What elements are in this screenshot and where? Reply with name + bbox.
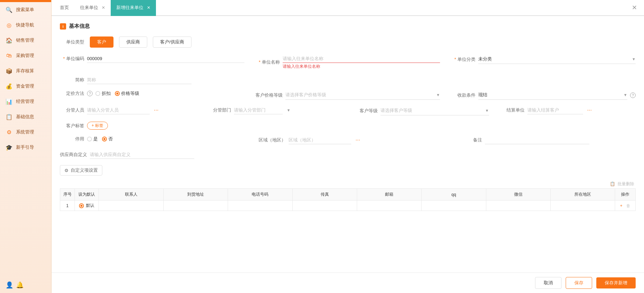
bell-icon[interactable]: 🔔	[16, 281, 24, 289]
sidebar-item-label: 快捷导航	[16, 22, 34, 28]
unit-type-row: 单位类型 客户 供应商 客户/供应商	[60, 36, 636, 48]
tab-partners[interactable]: 往来单位 ✕	[74, 0, 111, 16]
tab-partners-label: 往来单位	[80, 5, 98, 11]
collection-label: 收款条件	[451, 92, 476, 98]
field-manager: 分管人员 ···	[60, 106, 196, 114]
custom-settings-btn[interactable]: ⚙ 自定义项设置	[60, 165, 102, 176]
settlement-more-btn[interactable]: ···	[586, 107, 593, 113]
unit-type-supplier-btn[interactable]: 供应商	[119, 36, 147, 48]
sidebar-item-sales[interactable]: 🏠 销售管理	[0, 33, 51, 48]
customer-price-placeholder: 请选择客户价格等级	[285, 92, 326, 98]
discount-radio-label: 折扣	[102, 90, 111, 97]
pricing-radio-level[interactable]: 价格等级	[115, 90, 139, 97]
collection-help-icon[interactable]: ?	[630, 92, 636, 98]
main-content: 首页 往来单位 ✕ 新增往来单位 ✕ ✕ i 基本信息 单位类型 客户 供应商 …	[52, 0, 644, 293]
cell-phone[interactable]	[228, 201, 292, 211]
operations-icon: 📊	[6, 98, 13, 105]
user-icon[interactable]: 👤	[6, 281, 13, 289]
sidebar-item-search[interactable]: 🔍 搜索菜单	[0, 2, 51, 17]
quicknav-icon: ◎	[6, 22, 13, 29]
remark-input[interactable]	[485, 136, 589, 144]
sidebar-item-purchase[interactable]: 🛍 采购管理	[0, 48, 51, 63]
tab-home[interactable]: 首页	[54, 0, 74, 16]
batch-delete-label[interactable]: 批量删除	[618, 181, 634, 186]
disabled-radio-yes[interactable]: 是	[87, 136, 98, 142]
section-title: 基本信息	[69, 23, 90, 30]
cell-wechat[interactable]	[486, 201, 550, 211]
disabled-radio-no[interactable]: 否	[102, 136, 113, 142]
collection-select[interactable]: 现结 ▼	[478, 90, 627, 100]
unit-code-input[interactable]	[87, 55, 244, 63]
cancel-button[interactable]: 取消	[535, 277, 561, 289]
manager-label: 分管人员	[60, 107, 84, 113]
sidebar-item-finance[interactable]: 💰 资金管理	[0, 79, 51, 94]
field-customer-level: 客户等级 请选择客户等级 ▼	[353, 106, 489, 115]
unit-category-select[interactable]: 未分类 ▼	[478, 55, 636, 64]
window-close-icon[interactable]: ✕	[628, 4, 641, 11]
finance-icon: 💰	[6, 83, 13, 90]
supplier-custom-input[interactable]	[90, 150, 194, 159]
region-input[interactable]	[289, 136, 351, 144]
remark-label: 备注	[458, 137, 482, 143]
field-pricing-method: 定价方法 ? 折扣 价格等级	[60, 90, 244, 97]
customer-tag-label: 客户标签	[60, 123, 84, 129]
cell-region[interactable]	[551, 201, 615, 211]
sidebar-item-label: 基础信息	[16, 114, 34, 120]
row-unit-info: 单位编码 单位名称 请输入往来单位名称 单位分类 未分类 ▼	[60, 55, 636, 70]
cell-email[interactable]	[357, 201, 421, 211]
save-new-button[interactable]: 保存并新增	[596, 277, 636, 288]
cell-qq[interactable]	[422, 201, 486, 211]
custom-settings-row: ⚙ 自定义项设置	[60, 165, 636, 180]
basic-icon: 📋	[6, 113, 13, 120]
dept-label: 分管部门	[207, 107, 231, 113]
region-more-btn[interactable]: ···	[354, 137, 361, 143]
col-region: 所在地区	[551, 189, 615, 201]
customer-level-select[interactable]: 请选择客户等级 ▼	[380, 106, 489, 115]
add-tag-btn[interactable]: + 标签	[87, 122, 108, 130]
sidebar-item-label: 资金管理	[16, 83, 34, 89]
cell-fax[interactable]	[292, 201, 357, 211]
settlement-input[interactable]	[527, 106, 583, 114]
pricing-help-icon[interactable]: ?	[87, 91, 93, 96]
settings-gear-icon: ⚙	[64, 168, 69, 173]
settlement-label: 结算单位	[500, 107, 525, 113]
manager-more-btn[interactable]: ···	[152, 107, 160, 113]
cell-contact[interactable]	[99, 201, 163, 211]
section-header: i 基本信息	[60, 23, 636, 30]
field-dept: 分管部门 ▼	[207, 106, 343, 114]
cell-address[interactable]	[163, 201, 228, 211]
unit-type-customer-btn[interactable]: 客户	[90, 36, 113, 48]
sidebar-item-operations[interactable]: 📊 经营管理	[0, 94, 51, 109]
disabled-radio-group: 是 否	[87, 136, 113, 142]
sidebar-item-basic[interactable]: 📋 基础信息	[0, 109, 51, 124]
tab-partners-close[interactable]: ✕	[102, 5, 105, 10]
tab-new-partner[interactable]: 新增往来单位 ✕	[111, 0, 156, 16]
manager-input[interactable]	[87, 106, 150, 114]
save-button[interactable]: 保存	[566, 277, 592, 289]
row-add-btn[interactable]: +	[620, 203, 622, 208]
default-radio-dot[interactable]	[79, 203, 84, 208]
row-disabled: 停用 是 否 区域（地区） ··· 备注	[60, 136, 636, 144]
pricing-radio-discount[interactable]: 折扣	[95, 90, 111, 97]
abbr-input[interactable]	[87, 76, 191, 84]
supplier-custom-label: 供应商自定义	[60, 152, 87, 158]
row-delete-btn[interactable]: 🗑	[626, 203, 630, 208]
customer-price-select[interactable]: 请选择客户价格等级 ▼	[285, 90, 440, 100]
tab-new-partner-close[interactable]: ✕	[147, 5, 150, 10]
unit-code-label: 单位编码	[60, 56, 84, 62]
sidebar-item-inventory[interactable]: 📦 库存核算	[0, 63, 51, 79]
dept-input[interactable]	[234, 106, 283, 114]
section-icon: i	[60, 23, 66, 30]
unit-name-input[interactable]	[283, 55, 440, 63]
col-phone: 电话号码	[228, 189, 292, 201]
sidebar-item-newbie[interactable]: 🎓 新手引导	[0, 140, 51, 155]
unit-type-both-btn[interactable]: 客户/供应商	[153, 36, 191, 48]
sidebar-item-label: 搜索菜单	[16, 7, 34, 13]
level-radio-dot	[115, 91, 120, 96]
sales-icon: 🏠	[6, 37, 13, 44]
sidebar-item-system[interactable]: ⚙ 系统管理	[0, 124, 51, 140]
cell-action: + 🗑	[615, 201, 636, 211]
batch-delete-row: 📋 批量删除	[60, 181, 636, 187]
field-region: 区域（地区） ···	[259, 136, 437, 144]
sidebar-item-quicknav[interactable]: ◎ 快捷导航	[0, 17, 51, 33]
